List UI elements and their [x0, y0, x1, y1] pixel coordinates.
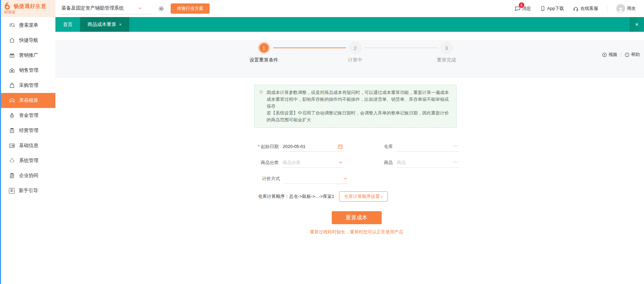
video-label: 视频 [608, 52, 617, 58]
start-date-label: *起始日期 [254, 144, 279, 150]
form-row-1: *起始日期 仓库 [254, 141, 459, 152]
gift-icon [9, 52, 15, 58]
steps-wizard: 1 2 3 设置重算条件 计算中 重算完成 [249, 40, 461, 66]
category-select[interactable] [282, 160, 343, 165]
video-play-icon [602, 52, 607, 57]
arrow-right-icon: › [381, 194, 382, 199]
tab-home[interactable]: 首页 [55, 17, 80, 32]
sidebar-item-label: 经营管理 [19, 127, 38, 134]
step-connector-1 [273, 48, 346, 48]
sidebar-item-sales[interactable]: 销售管理 [0, 63, 55, 78]
sidebar-item-collaboration[interactable]: 企业协同 [0, 168, 55, 183]
warehouse-input[interactable] [397, 144, 459, 149]
warehouse-label: 仓库 [379, 144, 393, 150]
collab-clipboard-icon [9, 173, 15, 179]
product-more-icon[interactable]: ··· [453, 159, 459, 164]
sidebar-item-label: 新手引导 [19, 188, 38, 194]
warehouse-field: ··· [397, 141, 459, 152]
question-circle-icon: ? [625, 52, 630, 57]
warehouse-more-icon[interactable]: ··· [453, 143, 459, 148]
header-divider [607, 5, 607, 12]
help-link[interactable]: ? 帮助 [625, 52, 640, 58]
step-2-number: 2 [351, 43, 360, 53]
calendar-icon[interactable] [338, 144, 343, 149]
product-input[interactable] [397, 160, 459, 165]
step-1-label: 设置重算条件 [250, 57, 278, 63]
tab-close-icon[interactable]: × [119, 22, 122, 27]
avatar [616, 4, 625, 13]
warehouse-order-settings-button[interactable]: 仓库计算顺序设置 › [339, 191, 387, 202]
sidebar-item-funds[interactable]: 资金管理 [0, 108, 55, 123]
sidebar-item-label: 营销推广 [19, 52, 38, 58]
messages-badge: 6 [519, 2, 524, 8]
top-header: 装备及固定资产辅助管理系统 体验行业方案 [55, 0, 644, 17]
help-label: 帮助 [631, 52, 640, 58]
strip-links-divider [621, 52, 621, 57]
step-2-label: 计算中 [348, 57, 363, 63]
video-link[interactable]: 视频 [602, 52, 617, 58]
clipboard-icon [9, 127, 15, 134]
sidebar-item-operations[interactable]: 经营管理 [0, 123, 55, 138]
step-2-circle: 2 [350, 42, 361, 54]
tab-cost-recalc[interactable]: 商品成本重算 × [80, 17, 129, 32]
chevron-down-icon[interactable] [343, 176, 348, 181]
pricing-label: 计价方式 [254, 176, 280, 182]
left-edge-strip [0, 0, 1, 284]
pricing-field [284, 174, 349, 184]
form-row-3: 计价方式 [254, 174, 459, 184]
search-menu-icon [9, 22, 15, 28]
try-industry-plan-button[interactable]: 体验行业方案 [171, 3, 210, 14]
lightbulb-icon [259, 89, 264, 123]
recalculate-cost-button[interactable]: 重算成本 [332, 211, 382, 224]
online-service-link[interactable]: 在线客服 [573, 5, 598, 12]
step-3-number: 3 [442, 43, 451, 53]
sidebar-item-basic-info[interactable]: 基础信息 [0, 138, 55, 153]
strip-links: 视频 ? 帮助 [602, 52, 640, 58]
notice-box: 因成本计算参数调整，或是对商品成本有疑问时，可以通过成本重算功能，重新计算一遍成… [254, 85, 457, 128]
warehouse-icon [9, 97, 15, 104]
messages-link[interactable]: 消息 6 [515, 5, 531, 12]
start-date-input[interactable] [282, 144, 343, 149]
headset-icon [573, 6, 579, 12]
pricing-select[interactable] [284, 176, 349, 181]
system-selector[interactable]: 装备及固定资产辅助管理系统 [60, 3, 152, 14]
sidebar-item-label: 采购管理 [19, 82, 38, 89]
money-bag-icon [9, 112, 15, 119]
notice-line-1: 因成本计算参数调整，或是对商品成本有疑问时，可以通过成本重算功能，重新计算一遍成… [267, 89, 451, 96]
topbar-right: 消息 6 App下载 [515, 0, 636, 17]
sidebar-menu: 搜索菜单 快捷导航 营销推广 [0, 17, 55, 198]
step-connector-2 [365, 48, 437, 48]
warehouse-order-text: 仓库计算顺序：总仓->鼠标->...->库室1 [258, 193, 334, 200]
form-row-2: 商品分类 商品 [254, 158, 459, 168]
gear-icon[interactable] [158, 5, 165, 12]
main-area: 装备及固定资产辅助管理系统 体验行业方案 [55, 0, 644, 284]
brand-title: 畅捷通好生意 [14, 3, 47, 10]
sidebar-item-marketing[interactable]: 营销推广 [0, 48, 55, 63]
sidebar-item-label: 库存核算 [19, 97, 38, 104]
sidebar-item-purchase[interactable]: 采购管理 [0, 78, 55, 93]
category-field [282, 158, 343, 168]
sales-house-icon [9, 67, 15, 73]
app-download-link[interactable]: App下载 [540, 5, 564, 12]
chevron-down-icon[interactable] [338, 160, 343, 165]
user-account[interactable]: 用友 [616, 4, 636, 13]
sidebar-item-label: 销售管理 [19, 67, 38, 73]
recalc-form: *起始日期 仓库 [254, 141, 459, 235]
purchase-bag-icon [9, 82, 15, 89]
sidebar-item-guide[interactable]: 新 新手引导 [0, 183, 55, 198]
sidebar: 畅捷通好生意 标准版 搜索菜单 快捷导航 [0, 0, 55, 284]
step-3-label: 重算完成 [437, 57, 456, 63]
sidebar-item-label: 搜索菜单 [19, 22, 38, 28]
sidebar-item-label: 快捷导航 [19, 37, 38, 43]
sidebar-item-search-menu[interactable]: 搜索菜单 [0, 18, 55, 33]
tabbar-close-all-icon[interactable]: × [630, 17, 644, 32]
notice-line-3: 若【系统设置】中启用了自动调整记账日期时，会调整入库单的整单记账日期，因此重新计… [267, 110, 451, 123]
page-content: 1 2 3 设置重算条件 计算中 重算完成 [55, 32, 644, 284]
sidebar-item-label: 基础信息 [19, 143, 38, 149]
sidebar-item-quick-nav[interactable]: 快捷导航 [0, 33, 55, 48]
sidebar-item-inventory[interactable]: 库存核算 [0, 93, 55, 108]
category-label: 商品分类 [254, 160, 279, 166]
start-date-field [282, 141, 343, 152]
sidebar-item-system[interactable]: 系统管理 [0, 153, 55, 168]
brand-logo-icon [3, 2, 12, 10]
